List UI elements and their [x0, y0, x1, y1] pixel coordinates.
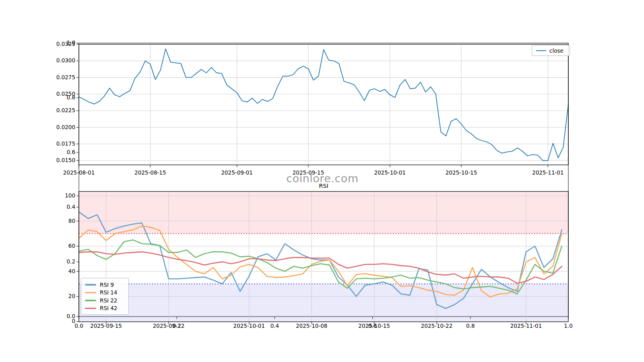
- rsi14-legend-label: RSI 14: [100, 289, 117, 296]
- rsi42-line-sample: [85, 308, 96, 309]
- price-ytick-label: 0.0275: [56, 75, 75, 80]
- price-ytick-label: 0.0225: [56, 108, 75, 113]
- rsi9-legend-label: RSI 9: [100, 282, 114, 288]
- ghost-ytick-label: 0.6: [67, 150, 75, 155]
- price-xtick-label: 2025-09-15: [293, 170, 324, 176]
- legend-item-rsi-22[interactable]: RSI 22: [85, 296, 128, 304]
- legend-item-rsi-42[interactable]: RSI 42: [85, 304, 128, 313]
- rsi-ytick-label: 60: [68, 243, 75, 249]
- rsi-ytick-label: 20: [68, 294, 75, 299]
- price-ytick-label: 0.0150: [56, 158, 75, 163]
- rsi9-line-sample: [85, 284, 96, 286]
- price-xtick-label: 2025-10-01: [374, 170, 405, 176]
- price-xtick-label: 2025-11-01: [532, 170, 564, 176]
- ghost-ytick-label: 0.8: [67, 95, 75, 101]
- rsi22-line-sample: [85, 300, 96, 301]
- ghost-xtick-label: 0.0: [74, 323, 83, 329]
- rsi-xtick-label: 2025-10-22: [421, 323, 452, 329]
- rsi-ytick-label: 100: [65, 193, 75, 199]
- price-ytick-label: 0.0300: [56, 58, 75, 64]
- figure: coinlore.com RSI close RSI 9 RSI 14 RSI …: [0, 0, 644, 362]
- rsi-legend[interactable]: RSI 9 RSI 14 RSI 22 RSI 42: [81, 278, 129, 315]
- legend-item-rsi-14[interactable]: RSI 14: [85, 289, 128, 297]
- rsi22-legend-label: RSI 22: [100, 297, 117, 304]
- ghost-ytick-label: 0.2: [67, 259, 75, 265]
- price-ytick-label: 0.0175: [56, 141, 75, 147]
- rsi-xtick-label: 2025-10-01: [233, 323, 265, 329]
- close-legend-label: close: [549, 47, 564, 54]
- rsi14-line-sample: [85, 292, 96, 294]
- price-xtick-label: 2025-08-01: [63, 170, 95, 176]
- ghost-xtick-label: 0.6: [368, 323, 377, 329]
- rsi-ytick-label: 80: [68, 218, 75, 224]
- rsi-xtick-label: 2025-09-15: [90, 323, 122, 329]
- rsi-ytick-label: 40: [68, 269, 75, 274]
- ghost-xtick-label: 1.0: [564, 323, 572, 329]
- rsi-title: RSI: [319, 183, 328, 189]
- price-xtick-label: 2025-10-15: [446, 170, 477, 176]
- ghost-xtick-label: 0.4: [270, 323, 279, 329]
- rsi42-legend-label: RSI 42: [100, 305, 117, 311]
- price-xtick-label: 2025-09-01: [221, 170, 252, 176]
- legend-item-rsi-9[interactable]: RSI 9: [85, 281, 128, 289]
- ghost-ytick-label: 0.4: [67, 204, 75, 210]
- close-line-sample: [536, 50, 546, 51]
- ghost-xtick-label: 0.8: [466, 323, 475, 329]
- rsi-xtick-label: 2025-11-01: [510, 323, 542, 329]
- ghost-ytick-label: 1.0: [67, 40, 75, 46]
- price-ytick-label: 0.0200: [56, 125, 75, 130]
- ghost-xtick-label: 0.2: [172, 323, 181, 329]
- price-legend[interactable]: close: [532, 45, 570, 56]
- price-xtick-label: 2025-08-15: [134, 170, 166, 176]
- ghost-ytick-label: 0.0: [67, 314, 75, 319]
- rsi-xtick-label: 2025-10-08: [296, 323, 327, 329]
